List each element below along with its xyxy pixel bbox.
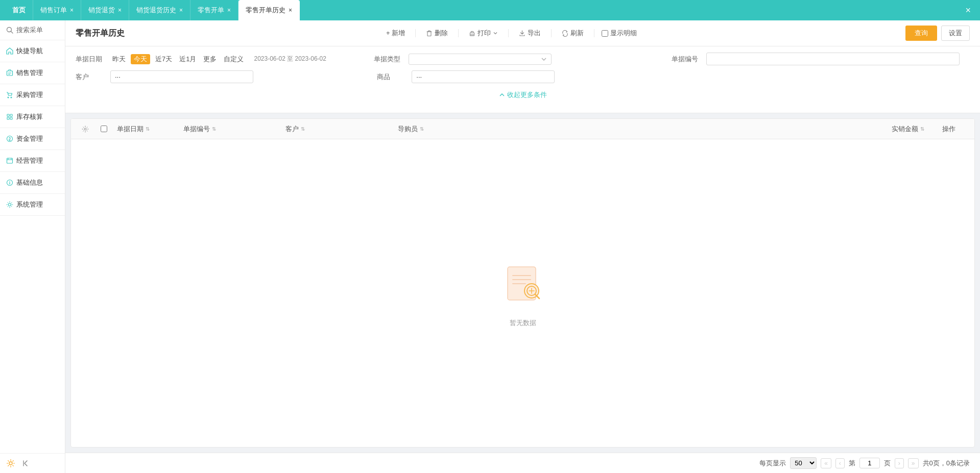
delete-icon	[426, 30, 433, 37]
th-salesperson[interactable]: 导购员 ⇅	[394, 120, 455, 138]
content-area: 零售开单历史 + 新增 删除	[65, 20, 980, 473]
dropdown-icon	[541, 56, 547, 62]
tab-homepage[interactable]: 首页	[5, 0, 33, 20]
total-text: 共0页，0条记录	[923, 459, 970, 468]
th-date[interactable]: 单据日期 ⇅	[113, 120, 179, 138]
svg-line-1	[11, 32, 13, 34]
export-icon	[519, 30, 525, 37]
tab-sales-return-close[interactable]: ×	[118, 7, 122, 14]
filter-section-goods: 商品 ···	[377, 70, 668, 83]
collapse-icon	[499, 92, 505, 98]
date-opt-1month[interactable]: 近1月	[177, 54, 198, 64]
goods-select[interactable]: ···	[412, 70, 555, 83]
sidebar-inventory-label: 库存核算	[16, 112, 43, 121]
gear-icon[interactable]	[6, 459, 15, 468]
customer-label: 客户	[76, 72, 106, 82]
date-opt-today[interactable]: 今天	[131, 54, 150, 64]
sidebar-finance-label: 资金管理	[16, 134, 43, 143]
th-action-label: 操作	[942, 125, 955, 134]
tab-sales-order[interactable]: 销售订单 ×	[33, 0, 81, 20]
th-amount[interactable]: 实销金额 ⇅	[455, 120, 928, 138]
finance-icon	[6, 135, 13, 142]
next-page-button[interactable]: ›	[895, 458, 904, 468]
purchase-icon	[6, 91, 13, 98]
refresh-button[interactable]: 刷新	[559, 27, 587, 40]
docno-label: 单据编号	[672, 55, 702, 64]
sidebar: 搜索采单 快捷导航 销售管理 采购管理	[0, 20, 65, 473]
date-range-value: 2023-06-02 至 2023-06-02	[254, 55, 326, 63]
doctype-select[interactable]	[409, 54, 552, 65]
sidebar-item-sales[interactable]: 销售管理	[0, 62, 65, 84]
docno-input[interactable]	[706, 53, 960, 65]
empty-illustration	[497, 259, 548, 310]
empty-state: 暂无数据	[71, 139, 974, 447]
refresh-label: 刷新	[570, 29, 584, 38]
sort-date-icon: ⇅	[146, 126, 150, 132]
home-icon	[6, 47, 13, 55]
print-dropdown-icon	[493, 31, 498, 36]
sidebar-search[interactable]: 搜索采单	[0, 20, 65, 40]
sidebar-item-purchase[interactable]: 采购管理	[0, 84, 65, 106]
sidebar-item-management[interactable]: 经营管理	[0, 150, 65, 172]
setting-button[interactable]: 设置	[941, 26, 970, 41]
th-checkbox[interactable]	[94, 121, 113, 136]
display-detail-label: 显示明细	[610, 29, 637, 38]
date-opt-7days[interactable]: 近7天	[153, 54, 174, 64]
last-page-button[interactable]: »	[908, 458, 919, 468]
tab-return-history[interactable]: 销货退货历史 ×	[129, 0, 190, 20]
sort-salesperson-icon: ⇅	[420, 126, 424, 132]
tab-retail-history[interactable]: 零售开单历史 ×	[238, 0, 300, 20]
th-customer-label: 客户	[285, 125, 299, 134]
th-action: 操作	[928, 120, 969, 138]
print-button[interactable]: 打印	[466, 27, 501, 40]
tab-sales-return[interactable]: 销货退货 ×	[81, 0, 129, 20]
date-options: 昨天 今天 近7天 近1月 更多 自定义 2023-06-02 至 2023-0…	[110, 54, 326, 64]
first-page-button[interactable]: «	[821, 458, 831, 468]
filter-collapse-row: 收起更多条件	[76, 88, 970, 102]
sidebar-item-system[interactable]: 系统管理	[0, 194, 65, 216]
date-opt-more[interactable]: 更多	[201, 54, 219, 64]
export-label: 导出	[528, 29, 541, 38]
page-input[interactable]	[859, 458, 880, 468]
add-button[interactable]: + 新增	[383, 27, 408, 40]
table-area: 单据日期 ⇅ 单据编号 ⇅ 客户 ⇅ 导购员 ⇅ 实销金额 ⇅	[70, 118, 975, 447]
sidebar-item-finance[interactable]: 资金管理	[0, 128, 65, 150]
settings-icon	[82, 126, 89, 133]
th-settings[interactable]	[76, 121, 94, 137]
th-customer[interactable]: 客户 ⇅	[281, 120, 394, 138]
tab-retail-history-close[interactable]: ×	[289, 7, 292, 14]
tab-homepage-label: 首页	[12, 6, 26, 15]
goods-label: 商品	[377, 72, 408, 82]
display-detail-input[interactable]	[602, 30, 608, 37]
date-opt-custom[interactable]: 自定义	[222, 54, 246, 64]
prev-page-button[interactable]: ‹	[835, 458, 845, 468]
window-close-button[interactable]: ×	[961, 5, 975, 16]
sidebar-item-basic-info[interactable]: 基础信息	[0, 172, 65, 194]
divider-5	[594, 29, 594, 37]
info-icon	[6, 179, 13, 186]
tab-retail-order-close[interactable]: ×	[227, 7, 231, 14]
collapse-icon[interactable]	[21, 459, 31, 468]
sidebar-item-inventory[interactable]: 库存核算	[0, 106, 65, 128]
divider-1	[415, 29, 416, 37]
svg-rect-7	[7, 114, 9, 116]
export-button[interactable]: 导出	[516, 27, 544, 40]
sidebar-item-nav[interactable]: 快捷导航	[0, 40, 65, 62]
print-icon	[469, 30, 475, 37]
sort-amount-icon: ⇅	[920, 126, 924, 132]
tab-retail-order[interactable]: 零售开单 ×	[190, 0, 238, 20]
sort-orderno-icon: ⇅	[212, 126, 216, 132]
display-detail-checkbox[interactable]: 显示明细	[602, 29, 637, 38]
th-order-no[interactable]: 单据编号 ⇅	[179, 120, 281, 138]
select-all-checkbox[interactable]	[101, 126, 107, 132]
date-opt-yesterday[interactable]: 昨天	[110, 54, 128, 64]
collapse-more-btn[interactable]: 收起更多条件	[499, 88, 547, 102]
tab-sales-order-close[interactable]: ×	[70, 7, 74, 14]
query-button-main[interactable]: 查询	[905, 26, 937, 41]
tab-return-history-close[interactable]: ×	[179, 7, 183, 14]
per-page-select[interactable]: 50 20 100	[790, 457, 817, 469]
delete-button[interactable]: 删除	[423, 27, 451, 40]
svg-rect-22	[427, 32, 431, 36]
customer-select[interactable]: ···	[110, 70, 253, 83]
filter-section-doctype: 单据类型	[374, 54, 662, 65]
